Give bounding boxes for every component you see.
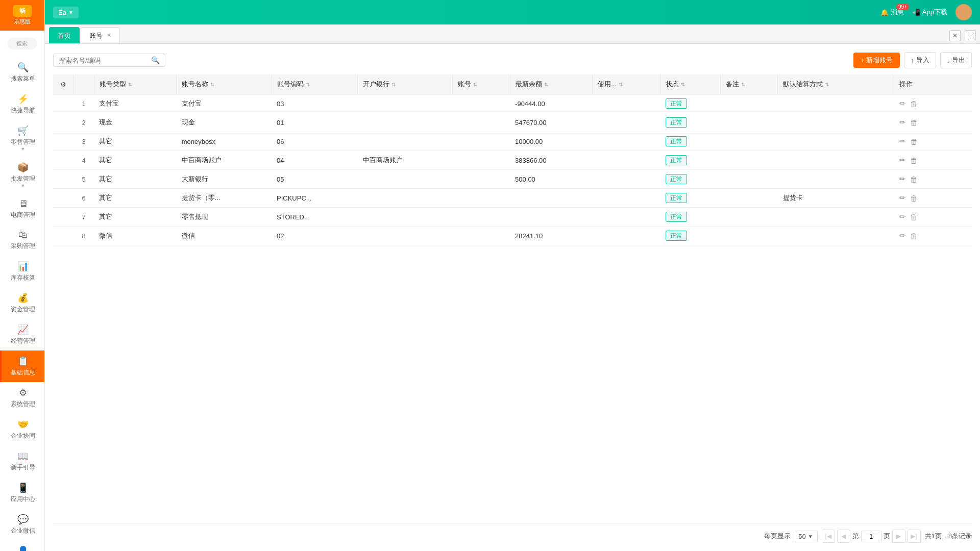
row-status: 正常	[660, 189, 721, 208]
row-name: 现金	[177, 113, 272, 132]
row-status: 正常	[660, 113, 721, 132]
col-usage[interactable]: 使用... ⇅	[593, 74, 660, 94]
row-usage	[593, 208, 660, 227]
search-input[interactable]	[59, 57, 151, 64]
import-button[interactable]: ↑ 导入	[904, 52, 936, 68]
col-default-payment[interactable]: 默认结算方式 ⇅	[778, 74, 894, 94]
col-notes[interactable]: 备注 ⇅	[720, 74, 777, 94]
edit-icon[interactable]: ✏	[899, 174, 906, 184]
row-account	[453, 227, 510, 245]
row-name: 提货卡（零...	[177, 189, 272, 208]
row-name: 支付宝	[177, 94, 272, 113]
wholesale-arrow-icon: ▼	[21, 183, 26, 188]
sidebar-item-retail[interactable]: 🛒 零售管理 ▼	[0, 120, 44, 157]
prev-page-button[interactable]: ◀	[837, 530, 850, 543]
col-settings[interactable]: ⚙	[53, 74, 74, 94]
row-status: 正常	[660, 227, 721, 245]
row-settings	[53, 113, 74, 132]
delete-icon[interactable]: 🗑	[910, 213, 918, 221]
first-page-button[interactable]: |◀	[822, 530, 835, 543]
col-name[interactable]: 账号名称 ⇅	[177, 74, 272, 94]
delete-icon[interactable]: 🗑	[910, 118, 918, 127]
row-code: 02	[272, 227, 358, 245]
export-button[interactable]: ↓ 导出	[940, 52, 972, 68]
delete-icon[interactable]: 🗑	[910, 175, 918, 184]
row-status: 正常	[660, 132, 721, 151]
messages-button[interactable]: 🔔 消息 99+	[880, 8, 904, 17]
edit-icon[interactable]: ✏	[899, 193, 906, 203]
company-dropdown[interactable]: Ea ▼	[53, 7, 79, 18]
sidebar-item-basic[interactable]: 📋 基础信息	[0, 350, 44, 382]
user-avatar[interactable]	[955, 4, 972, 20]
tab-expand-button[interactable]: ⛶	[965, 30, 976, 41]
system-icon: ⚙	[19, 387, 27, 398]
edit-icon[interactable]: ✏	[899, 118, 906, 127]
delete-icon[interactable]: 🗑	[910, 137, 918, 146]
row-settings	[53, 132, 74, 151]
page-number-input[interactable]	[861, 531, 881, 542]
app-logo: 畅 乐惠版	[0, 0, 44, 31]
sidebar-item-appcenter[interactable]: 📱 应用中心	[0, 477, 44, 509]
sidebar-item-ecommerce[interactable]: 🖥 电商管理	[0, 193, 44, 224]
delete-icon[interactable]: 🗑	[910, 232, 918, 240]
tab-close-account[interactable]: ✕	[107, 32, 111, 39]
sort-code-icon: ⇅	[306, 82, 310, 87]
col-status[interactable]: 状态 ⇅	[660, 74, 721, 94]
sidebar-item-wholesale[interactable]: 📦 批发管理 ▼	[0, 157, 44, 193]
row-status: 正常	[660, 151, 721, 170]
member-icon: 👤	[17, 545, 29, 551]
sidebar-item-wechat[interactable]: 💬 企业微信	[0, 509, 44, 540]
edit-icon[interactable]: ✏	[899, 99, 906, 108]
page-size-dropdown[interactable]: 50 ▼	[794, 531, 817, 542]
edit-icon[interactable]: ✏	[899, 156, 906, 165]
row-usage	[593, 170, 660, 189]
tab-home[interactable]: 首页	[49, 27, 80, 43]
delete-icon[interactable]: 🗑	[910, 194, 918, 203]
col-bank[interactable]: 开户银行 ⇅	[358, 74, 453, 94]
row-name: 大新银行	[177, 170, 272, 189]
add-account-button[interactable]: + 新增账号	[853, 53, 900, 68]
delete-icon[interactable]: 🗑	[910, 156, 918, 165]
col-type[interactable]: 账号类型 ⇅	[94, 74, 177, 94]
row-default-payment	[778, 132, 894, 151]
row-account	[453, 132, 510, 151]
delete-icon[interactable]: 🗑	[910, 99, 918, 108]
col-account[interactable]: 账号 ⇅	[453, 74, 510, 94]
last-page-button[interactable]: ▶|	[908, 530, 921, 543]
row-default-payment: 提货卡	[778, 189, 894, 208]
sidebar-item-newguide[interactable]: 📖 新手引导	[0, 445, 44, 477]
sidebar-item-purchase[interactable]: 🛍 采购管理	[0, 224, 44, 256]
row-type: 其它	[94, 189, 177, 208]
search-box[interactable]: 🔍	[53, 54, 165, 67]
sidebar-item-inventory[interactable]: 📊 库存核算	[0, 256, 44, 287]
col-code[interactable]: 账号编码 ⇅	[272, 74, 358, 94]
sidebar-item-system[interactable]: ⚙ 系统管理	[0, 382, 44, 414]
sidebar-item-operation[interactable]: 📈 经营管理	[0, 319, 44, 350]
sidebar-search-box[interactable]: 搜索	[8, 38, 37, 49]
download-button[interactable]: 📲 App下载	[912, 8, 947, 17]
retail-arrow-icon: ▼	[21, 146, 26, 152]
newguide-icon: 📖	[17, 450, 29, 462]
row-code: 04	[272, 151, 358, 170]
col-actions: 操作	[894, 74, 972, 94]
tab-account[interactable]: 账号 ✕	[81, 27, 120, 43]
sidebar-item-search[interactable]: 🔍 搜索菜单	[0, 57, 44, 88]
row-type: 其它	[94, 151, 177, 170]
row-name: 零售抵现	[177, 208, 272, 227]
row-notes	[720, 113, 777, 132]
tab-close-all-button[interactable]: ✕	[949, 30, 961, 41]
row-account	[453, 113, 510, 132]
row-actions: ✏ 🗑	[894, 170, 972, 189]
edit-icon[interactable]: ✏	[899, 137, 906, 146]
next-page-button[interactable]: ▶	[892, 530, 905, 543]
edit-icon[interactable]: ✏	[899, 231, 906, 240]
sidebar-item-enterprise[interactable]: 🤝 企业协同	[0, 414, 44, 445]
sidebar-item-finance[interactable]: 💰 资金管理	[0, 287, 44, 319]
sort-bank-icon: ⇅	[391, 82, 396, 87]
sidebar-item-member[interactable]: 👤 畅会员	[0, 540, 44, 551]
sidebar-item-shortcut[interactable]: ⚡ 快捷导航	[0, 88, 44, 120]
sort-notes-icon: ⇅	[741, 82, 745, 87]
wechat-icon: 💬	[17, 514, 29, 525]
edit-icon[interactable]: ✏	[899, 212, 906, 221]
col-balance[interactable]: 最新余额 ⇅	[510, 74, 593, 94]
